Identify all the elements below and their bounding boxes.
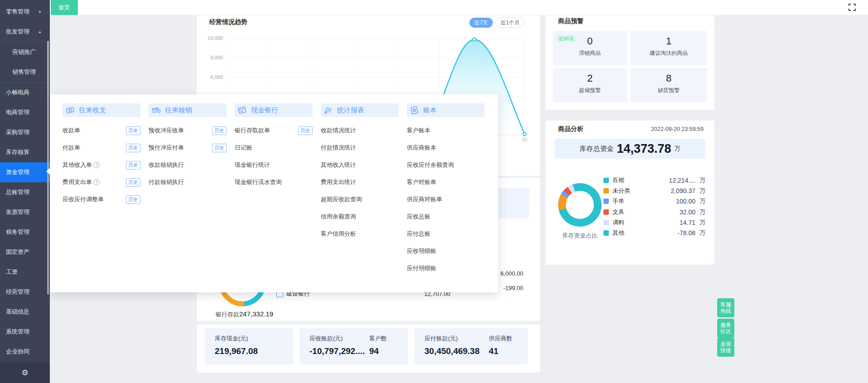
sidebar-group-retail[interactable]: 零售管理▼ (0, 2, 50, 22)
legend-name: 文具 (612, 208, 624, 216)
legend-name: 手串 (612, 197, 624, 205)
menu-item[interactable]: 付款情况统计 (321, 139, 399, 156)
menu-item[interactable]: 现金银行流水查询 (235, 174, 313, 191)
sidebar-item-tax[interactable]: 税务管理 (0, 222, 50, 242)
legend-value: 12,214.... (669, 177, 695, 184)
menu-item[interactable]: 应收应付调整单历史 (63, 191, 140, 208)
button-label: 桌面 (720, 341, 731, 347)
sidebar-item-collaboration[interactable]: 企业协同 (0, 342, 50, 362)
history-badge[interactable]: 历史 (126, 178, 140, 187)
menu-item[interactable]: 其他收入统计 (321, 156, 399, 174)
sidebar-item-operations[interactable]: 经营管理 (0, 282, 50, 302)
menu-item[interactable]: 收款情况统计 (321, 122, 399, 139)
sidebar-item-funds[interactable]: 资金管理 (0, 162, 50, 182)
menu-item[interactable]: 付款核销执行 (149, 174, 227, 191)
summary-cards-panel: 库存现金(元) 219,967.08 应收账款(元) -10,797,292..… (197, 325, 540, 373)
alert-tile-eliminate[interactable]: 1 建议淘汰的商品 (630, 31, 707, 65)
sidebar-item-general-ledger[interactable]: 总账管理 (0, 182, 50, 202)
alert-tile-shortage[interactable]: 8 缺货预警 (630, 68, 707, 102)
menu-item[interactable]: 预收冲应收单历史 (149, 122, 227, 139)
sidebar-item-xiaochang-ecom[interactable]: 小畅电商 (0, 82, 50, 102)
menu-item[interactable]: 客户信用分析 (321, 225, 399, 242)
sidebar-item-marketing[interactable]: 营销推广 (0, 42, 50, 62)
sidebar-scrollbar[interactable] (47, 41, 49, 295)
menu-item[interactable]: 应收应付余额查询 (407, 156, 485, 174)
alert-tile-overstock[interactable]: 2 超储预警 (553, 68, 627, 102)
sidebar-group-wholesale[interactable]: 批发管理▲ (0, 22, 50, 42)
menu-item[interactable]: 供应商对账单 (407, 191, 485, 208)
menu-item[interactable]: 费用支出统计 (321, 174, 399, 191)
tile-label: 超储预警 (553, 87, 627, 94)
range-1m-button[interactable]: 近1个月 (496, 18, 525, 28)
history-badge[interactable]: 历史 (126, 195, 140, 204)
menu-item[interactable]: 应收总账 (407, 208, 485, 225)
legend-row[interactable]: 未分类 2,090.37 万 (603, 185, 705, 196)
legend-value: -78.08 (677, 229, 695, 237)
service-community-button[interactable]: 服务社区 (717, 319, 734, 338)
sidebar-footer[interactable]: ⚙ (0, 363, 50, 383)
legend-row[interactable]: 文具 32.00 万 (603, 207, 705, 217)
sidebar-item-system[interactable]: 系统管理 (0, 322, 50, 342)
sidebar-item-sales[interactable]: 销售管理 (0, 62, 50, 82)
legend-unit: 万 (699, 197, 705, 205)
menu-item[interactable]: 其他收入单?历史 (63, 156, 140, 174)
sidebar-item-inventory[interactable]: 库存核算 (0, 142, 50, 162)
inventory-funds-donut (558, 183, 602, 227)
sidebar-item-fixed-assets[interactable]: 固定资产 (0, 242, 50, 262)
menu-item[interactable]: 客户账本 (407, 122, 485, 139)
tile-value: 2 (553, 73, 627, 84)
menu-item[interactable]: 供应商账本 (407, 139, 485, 156)
menu-item[interactable]: 收款核销执行 (149, 156, 227, 174)
menu-item[interactable]: 预付冲应付单历史 (149, 139, 227, 156)
sidebar-item-label: 电商管理 (6, 108, 29, 116)
legend-chip (603, 220, 609, 225)
legend-row[interactable]: 其他 -78.08 万 (603, 228, 705, 238)
legend-row[interactable]: 调料 14.71 万 (603, 217, 705, 228)
sidebar-item-invoice[interactable]: 发票管理 (0, 202, 50, 222)
menu-item[interactable]: 费用支出单?历史 (63, 174, 140, 191)
menu-item[interactable]: 现金银行统计 (235, 156, 313, 174)
legend-name: 百褶 (612, 176, 624, 184)
menu-item[interactable]: 信用余额查询 (321, 208, 399, 225)
menu-item[interactable]: 应收明细账 (407, 242, 485, 260)
alert-tile-slow-moving[interactable]: 近90天 0 滞销商品 (553, 31, 627, 65)
sidebar-item-purchasing[interactable]: 采购管理 (0, 122, 50, 142)
menu-item[interactable]: 应付总账 (407, 225, 485, 242)
range-7d-button[interactable]: 近7天 (469, 18, 493, 28)
bank-deposit-total: 银行存款247,332.19 (216, 310, 273, 319)
history-badge[interactable]: 历史 (126, 161, 140, 170)
desktop-shortcut-button[interactable]: 桌面快捷 (717, 338, 734, 357)
product-analysis-panel: 商品分析 2022-09-20 23:59:59 库存总资金 14,373.78… (545, 121, 714, 265)
fullscreen-icon[interactable] (848, 3, 856, 11)
history-badge[interactable]: 历史 (212, 144, 227, 152)
topbar (50, 0, 868, 15)
sidebar-item-ecom[interactable]: 电商管理 (0, 102, 50, 122)
history-badge[interactable]: 历史 (126, 144, 140, 152)
menu-item[interactable]: 银行存取款单历史 (235, 122, 313, 139)
legend-row[interactable]: 手串 100.00 万 (603, 196, 705, 206)
receivable-value: -10,797,292.... (309, 346, 365, 356)
menu-item[interactable]: 应付明细账 (407, 260, 485, 277)
history-badge[interactable]: 历史 (126, 126, 140, 135)
sidebar-item-label: 采购管理 (6, 128, 29, 136)
tile-value: 8 (630, 73, 707, 84)
product-alert-panel: 商品预警 近90天 0 滞销商品 1 建议淘汰的商品 2 超储预警 8 缺货预警 (545, 15, 714, 110)
history-badge[interactable]: 历史 (298, 126, 313, 135)
legend-row[interactable]: 百褶 12,214.... 万 (603, 175, 705, 185)
sidebar-item-payroll[interactable]: 工资 (0, 262, 50, 282)
menu-item[interactable]: 收款单历史 (63, 122, 140, 139)
tab-home[interactable]: 首页 (51, 0, 78, 15)
menu-item[interactable]: 付款单历史 (63, 139, 140, 156)
cash-card: 库存现金(元) 219,967.08 (205, 328, 294, 364)
history-badge[interactable]: 历史 (212, 126, 227, 135)
legend-chip (603, 178, 609, 183)
customer-service-button[interactable]: 客服热线 (717, 298, 734, 317)
gear-icon[interactable]: ⚙ (21, 368, 28, 378)
menu-item[interactable]: 客户对账单 (407, 174, 485, 191)
total-funds-label: 库存总资金 (579, 145, 613, 153)
menu-item[interactable]: 超期应收款查询 (321, 191, 399, 208)
sidebar-item-label: 发票管理 (6, 208, 29, 216)
sidebar-item-basic-info[interactable]: 基础信息 (0, 302, 50, 322)
menu-item[interactable]: 日记账 (235, 139, 313, 156)
bank-deposit-label: 银行存款 (216, 311, 239, 318)
